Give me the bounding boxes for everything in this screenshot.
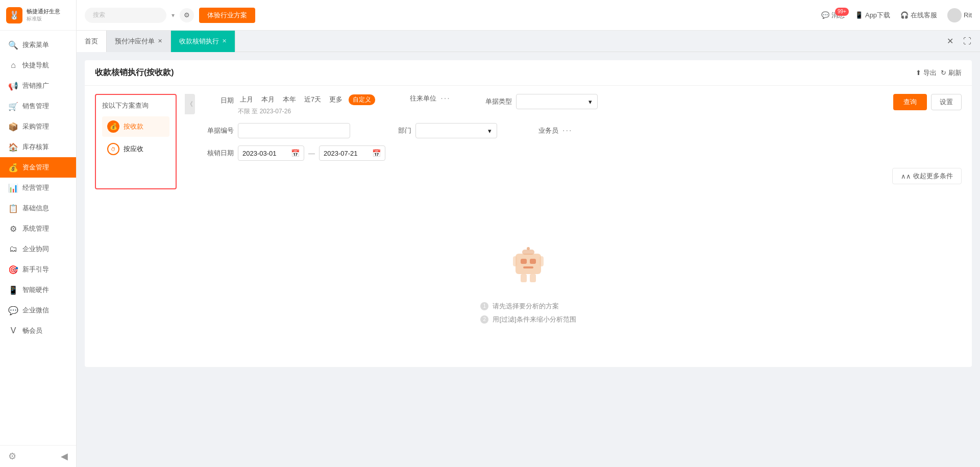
sidebar-item-sales[interactable]: 🛒 销售管理 — [0, 96, 76, 116]
sidebar-item-inventory[interactable]: 🏠 库存核算 — [0, 137, 76, 157]
date-btn-more[interactable]: 更多 — [327, 94, 345, 105]
sidebar-item-member[interactable]: V 畅会员 — [0, 321, 76, 341]
sidebar-item-business[interactable]: 📊 经营管理 — [0, 178, 76, 198]
sidebar-label-wechat: 企业微信 — [22, 306, 49, 315]
partner-label: 往来单位 — [406, 94, 436, 103]
svg-rect-3 — [523, 266, 533, 268]
sidebar-item-marketing[interactable]: 📢 营销推广 — [0, 76, 76, 96]
filter-receivable-icon: ⏱ — [107, 143, 119, 155]
svg-rect-5 — [540, 256, 544, 266]
sidebar-item-system[interactable]: ⚙ 系统管理 — [0, 218, 76, 239]
date-btn-7days[interactable]: 近7天 — [302, 94, 323, 105]
sidebar-item-guide[interactable]: 🎯 新手引导 — [0, 259, 76, 280]
app-icon: 📱 — [855, 11, 863, 19]
empty-tip-2: 2 用[过滤]条件来缩小分析范围 — [480, 313, 576, 326]
filter-receipt-icon: 💰 — [107, 120, 119, 133]
tip-num-2: 2 — [480, 315, 488, 324]
query-btn[interactable]: 查询 — [893, 94, 927, 110]
staff-input[interactable]: ··· — [562, 126, 572, 135]
date-btn-this-month[interactable]: 本月 — [259, 94, 277, 105]
sidebar-item-basic-info[interactable]: 📋 基础信息 — [0, 198, 76, 218]
page-content: 收款核销执行(按收款) ⬆ 导出 ↻ 刷新 按以下方案查询 — [77, 52, 980, 467]
settings-icon[interactable]: ⚙ — [8, 451, 16, 462]
verify-date-start[interactable]: 2023-03-01 📅 — [238, 145, 304, 161]
svg-rect-1 — [521, 259, 527, 264]
tab-prepay-close[interactable]: ✕ — [158, 38, 162, 44]
export-icon: ⬆ — [916, 69, 921, 77]
filter-option-receipt[interactable]: 💰 按收款 — [102, 116, 169, 137]
page-card: 收款核销执行(按收款) ⬆ 导出 ↻ 刷新 按以下方案查询 — [85, 60, 972, 367]
tab-right-actions: ✕ ⛶ — [943, 35, 980, 48]
header-dropdown-icon[interactable]: ▾ — [172, 12, 175, 19]
sidebar-item-quick-nav[interactable]: ⌂ 快捷导航 — [0, 55, 76, 76]
refresh-btn[interactable]: ↻ 刷新 — [941, 68, 962, 78]
industry-btn[interactable]: 体验行业方案 — [199, 8, 255, 23]
sidebar-icon-search: 🔍 — [8, 40, 18, 50]
sidebar-icon-enterprise: 🗂 — [8, 244, 18, 254]
svg-rect-6 — [521, 274, 527, 282]
header-gear-icon[interactable]: ⚙ — [180, 8, 194, 22]
tab-prepay[interactable]: 预付冲应付单 ✕ — [107, 31, 171, 52]
user-action[interactable]: Rit — [947, 8, 972, 22]
tab-home[interactable]: 首页 — [77, 31, 107, 52]
sidebar-label-sales: 销售管理 — [22, 102, 49, 111]
sidebar-icon-business: 📊 — [8, 183, 18, 193]
header-search[interactable]: 搜索 — [85, 8, 166, 23]
filter-option-receivable[interactable]: ⏱ 按应收 — [102, 139, 169, 159]
refresh-label: 刷新 — [948, 68, 962, 78]
main-content: 搜索 ▾ ⚙ 体验行业方案 💬 消息 99+ 📱 App下载 🎧 在线客服 Ri — [77, 0, 980, 467]
service-action[interactable]: 🎧 在线客服 — [900, 11, 937, 20]
tab-close-all-icon[interactable]: ✕ — [943, 35, 957, 48]
tab-prepay-label: 预付冲应付单 — [115, 37, 155, 46]
sidebar-item-hardware[interactable]: 📱 智能硬件 — [0, 280, 76, 300]
svg-rect-0 — [516, 254, 541, 274]
setting-btn[interactable]: 设置 — [931, 94, 962, 110]
sidebar-icon-hardware: 📱 — [8, 285, 18, 295]
message-action[interactable]: 💬 消息 99+ — [821, 11, 845, 20]
app-download-action[interactable]: 📱 App下载 — [855, 11, 890, 20]
sidebar-item-search[interactable]: 🔍 搜索菜单 — [0, 35, 76, 55]
date-btn-last-month[interactable]: 上月 — [238, 94, 255, 105]
sidebar-item-enterprise[interactable]: 🗂 企业协同 — [0, 239, 76, 259]
sidebar-item-purchase[interactable]: 📦 采购管理 — [0, 116, 76, 137]
filter-collapse-btn[interactable]: 《 — [185, 94, 195, 114]
doc-type-arrow: ▾ — [589, 98, 592, 106]
partner-input[interactable]: ··· — [440, 94, 450, 103]
doc-no-label: 单据编号 — [203, 126, 234, 135]
sidebar: 🐰 畅捷通好生意 标准版 🔍 搜索菜单 ⌂ 快捷导航 📢 营销推广 🛒 销售管理… — [0, 0, 77, 467]
collapse-sidebar-icon[interactable]: ◀︎ — [61, 451, 68, 462]
tab-expand-icon[interactable]: ⛶ — [961, 35, 974, 48]
collapse-more-btn[interactable]: ∧∧ 收起更多条件 — [892, 168, 962, 184]
tab-collection[interactable]: 收款核销执行 ✕ — [171, 31, 235, 52]
filter-receipt-label: 按收款 — [124, 122, 143, 131]
logo-icon: 🐰 — [6, 7, 22, 23]
tab-collection-close[interactable]: ✕ — [222, 38, 227, 44]
doc-no-input[interactable] — [238, 123, 350, 138]
verify-end-calendar-icon: 📅 — [372, 149, 381, 157]
collapse-more-label: 收起更多条件 — [913, 171, 953, 181]
export-btn[interactable]: ⬆ 导出 — [916, 68, 937, 78]
date-range-text: 不限 至 2023-07-26 — [238, 107, 375, 116]
app-label: App下载 — [865, 11, 890, 20]
page-title: 收款核销执行(按收款) — [95, 67, 174, 78]
sidebar-label-finance: 资金管理 — [22, 163, 49, 172]
logo-subtitle: 标准版 — [27, 15, 60, 22]
sidebar-item-finance[interactable]: 💰 资金管理 — [0, 157, 76, 178]
refresh-icon: ↻ — [941, 69, 946, 77]
verify-date-end[interactable]: 2023-07-21 📅 — [319, 145, 385, 161]
filter-sidebar: 按以下方案查询 💰 按收款 ⏱ 按应收 — [95, 94, 177, 189]
svg-point-9 — [527, 247, 530, 250]
tip-text-1: 请先选择要分析的方案 — [493, 300, 559, 313]
dept-select[interactable]: ▾ — [415, 123, 497, 138]
message-badge: 99+ — [835, 8, 849, 16]
doc-type-select[interactable]: ▾ — [516, 94, 598, 109]
tab-collection-label: 收款核销执行 — [179, 37, 219, 46]
search-placeholder: 搜索 — [93, 11, 105, 19]
empty-illustration — [503, 238, 554, 289]
sidebar-label-guide: 新手引导 — [22, 265, 49, 274]
sidebar-icon-purchase: 📦 — [8, 121, 18, 132]
date-btn-this-year[interactable]: 本年 — [281, 94, 298, 105]
date-label: 日期 — [203, 94, 234, 105]
sidebar-item-wechat[interactable]: 💬 企业微信 — [0, 300, 76, 321]
verify-date-separator: — — [308, 150, 315, 157]
